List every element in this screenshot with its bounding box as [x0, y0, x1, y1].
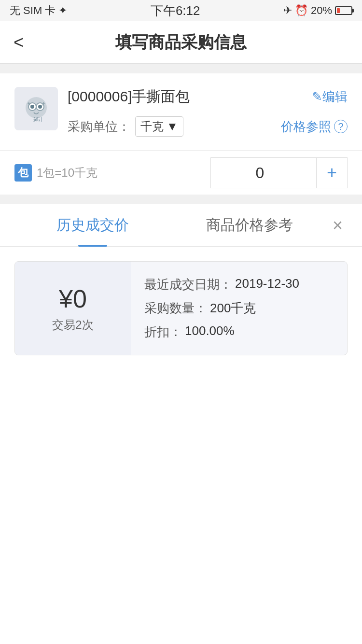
quantity-plus-button[interactable]: + [317, 157, 348, 188]
purchase-qty-row: 采购数量： 200千克 [144, 300, 334, 317]
status-bar: 无 SIM 卡 ✦ 下午6:12 ✈ ⏰ 20% [0, 0, 362, 21]
price-reference-button[interactable]: 价格参照 ? [281, 118, 348, 135]
tab-bar: 历史成交价 商品价格参考 × [0, 204, 362, 247]
recent-date-value: 2019-12-30 [235, 276, 299, 293]
battery-percent: 20% [311, 4, 332, 17]
product-info: [0000006]手撕面包 ✎编辑 采购单位： 千克 ▼ 价格参照 ? [68, 87, 348, 137]
quantity-label: 包 1包=10千克 [14, 164, 97, 182]
product-header: 鲜计 [0000006]手撕面包 ✎编辑 采购单位： 千克 ▼ 价 [14, 87, 348, 137]
battery-indicator [335, 6, 352, 15]
tab-product-price-ref[interactable]: 商品价格参考 [171, 204, 327, 247]
nav-bar: < 填写商品采购信息 [0, 21, 362, 64]
product-unit-row: 采购单位： 千克 ▼ 价格参照 ? [68, 116, 348, 137]
history-details: 最近成交日期： 2019-12-30 采购数量： 200千克 折扣： 100.0… [131, 262, 347, 355]
status-left: 无 SIM 卡 ✦ [10, 3, 67, 18]
edit-button[interactable]: ✎编辑 [312, 88, 348, 105]
bottom-area [0, 370, 362, 644]
status-right: ✈ ⏰ 20% [283, 4, 352, 17]
unit-label: 采购单位： 千克 ▼ [68, 116, 183, 137]
svg-point-4 [38, 105, 42, 109]
recent-date-label: 最近成交日期： [144, 276, 232, 293]
page-title: 填写商品采购信息 [115, 31, 247, 54]
unit-conversion-note: 1包=10千克 [37, 165, 97, 181]
history-card: ¥0 交易2次 最近成交日期： 2019-12-30 采购数量： 200千克 折… [14, 261, 348, 355]
history-count: 交易2次 [52, 317, 93, 333]
history-list: ¥0 交易2次 最近成交日期： 2019-12-30 采购数量： 200千克 折… [0, 247, 362, 370]
help-icon: ? [334, 120, 348, 133]
alarm-icon: ⏰ [295, 4, 308, 17]
svg-text:鲜计: 鲜计 [33, 117, 43, 122]
tab-close-button[interactable]: × [328, 215, 348, 236]
quantity-section: 包 1包=10千克 + [0, 151, 362, 195]
quantity-input[interactable] [210, 157, 317, 188]
product-name: [0000006]手撕面包 [68, 87, 190, 107]
product-logo-icon: 鲜计 [22, 94, 51, 123]
unit-select-dropdown[interactable]: 千克 ▼ [135, 116, 183, 137]
chevron-down-icon: ▼ [167, 120, 178, 133]
purchase-qty-value: 200千克 [210, 300, 256, 317]
location-icon: ✈ [283, 4, 292, 17]
sim-label: 无 SIM 卡 ✦ [10, 3, 67, 18]
product-top-row: [0000006]手撕面包 ✎编辑 [68, 87, 348, 107]
discount-label: 折扣： [144, 323, 182, 340]
discount-value: 100.00% [185, 323, 235, 340]
product-thumbnail: 鲜计 [14, 87, 58, 130]
tab-panel: 历史成交价 商品价格参考 × ¥0 交易2次 最近成交日期： 2019-12-3… [0, 204, 362, 370]
status-time: 下午6:12 [151, 2, 200, 19]
quantity-input-group: + [210, 157, 348, 188]
history-price: ¥0 [59, 284, 87, 313]
discount-row: 折扣： 100.00% [144, 323, 334, 340]
unit-badge: 包 [14, 164, 32, 182]
history-price-section: ¥0 交易2次 [15, 262, 131, 355]
svg-point-3 [30, 105, 34, 109]
tab-history-price[interactable]: 历史成交价 [14, 204, 171, 247]
purchase-qty-label: 采购数量： [144, 300, 207, 317]
back-button[interactable]: < [14, 32, 24, 53]
product-card: 鲜计 [0000006]手撕面包 ✎编辑 采购单位： 千克 ▼ 价 [0, 73, 362, 150]
recent-date-row: 最近成交日期： 2019-12-30 [144, 276, 334, 293]
